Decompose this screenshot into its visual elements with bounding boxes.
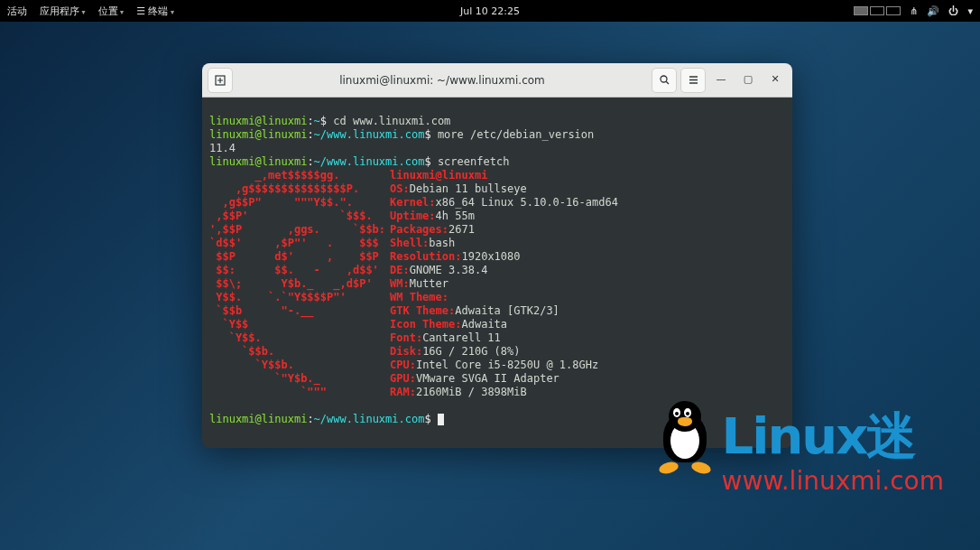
terminal-app-menu[interactable]: ☰ 终端 <box>136 5 174 18</box>
watermark-brand: Linux迷 <box>722 403 916 471</box>
watermark: Linux迷 www.linuxmi.com <box>653 401 944 496</box>
status-area[interactable]: ⋔ 🔊 ⏻ ▾ <box>854 5 973 17</box>
screenfetch-output: _,met$$$$$gg. linuxmi@linuxmi ,g$$$$$$$$… <box>209 169 785 399</box>
new-tab-icon <box>214 74 227 87</box>
window-titlebar[interactable]: linuxmi@linuxmi: ~/www.linuxmi.com — ▢ ✕ <box>202 63 792 98</box>
volume-icon[interactable]: 🔊 <box>927 5 939 17</box>
search-button[interactable] <box>652 68 677 93</box>
terminal-window: linuxmi@linuxmi: ~/www.linuxmi.com — ▢ ✕… <box>202 63 792 448</box>
power-icon[interactable]: ⏻ <box>948 5 958 17</box>
places-menu[interactable]: 位置 <box>98 5 125 18</box>
watermark-url: www.linuxmi.com <box>722 466 944 496</box>
command-3: screenfetch <box>438 155 509 168</box>
menu-button[interactable] <box>680 68 706 93</box>
workspace-1[interactable] <box>854 6 868 15</box>
new-tab-button[interactable] <box>208 68 233 93</box>
workspace-3[interactable] <box>886 6 901 15</box>
terminal-content[interactable]: linuxmi@linuxmi:~$ cd www.linuxmi.com li… <box>202 98 792 448</box>
network-icon[interactable]: ⋔ <box>910 5 918 17</box>
cursor <box>438 414 444 425</box>
close-button[interactable]: ✕ <box>763 68 787 91</box>
activities-button[interactable]: 活动 <box>7 5 27 18</box>
command-1: cd www.linuxmi.com <box>333 115 450 127</box>
gnome-topbar: 活动 应用程序 位置 ☰ 终端 Jul 10 22:25 ⋔ 🔊 ⏻ ▾ <box>0 0 980 22</box>
svg-point-3 <box>661 76 667 82</box>
window-title: linuxmi@linuxmi: ~/www.linuxmi.com <box>236 74 648 87</box>
applications-menu[interactable]: 应用程序 <box>40 5 86 18</box>
search-icon <box>659 74 670 86</box>
maximize-button[interactable]: ▢ <box>736 68 760 91</box>
clock[interactable]: Jul 10 22:25 <box>460 5 520 17</box>
command-2: more /etc/debian_version <box>438 128 594 141</box>
tux-logo-icon <box>653 401 717 473</box>
hamburger-icon <box>688 74 699 86</box>
svg-line-4 <box>666 81 669 84</box>
minimize-button[interactable]: — <box>709 68 733 91</box>
prompt-user: linuxmi@linuxmi <box>209 115 307 127</box>
workspace-2[interactable] <box>870 6 884 15</box>
version-output: 11.4 <box>209 142 236 154</box>
workspace-switcher[interactable] <box>854 6 901 15</box>
dropdown-icon[interactable]: ▾ <box>967 5 973 17</box>
prompt-path: ~ <box>314 115 320 127</box>
